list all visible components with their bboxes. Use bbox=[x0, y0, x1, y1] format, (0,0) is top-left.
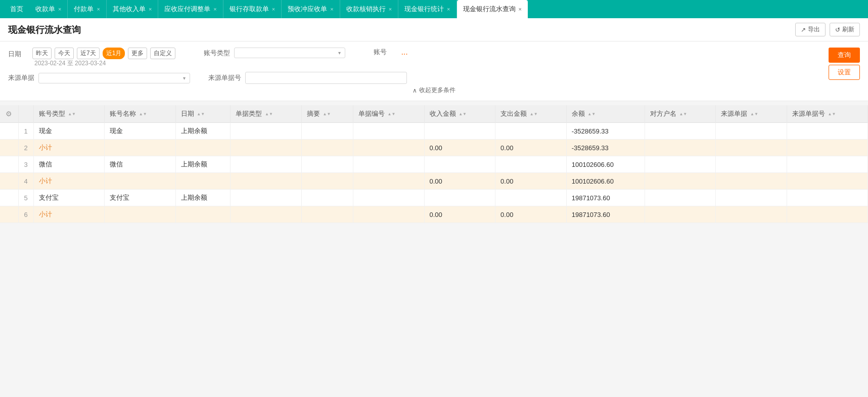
close-icon[interactable]: × bbox=[58, 6, 61, 12]
query-button[interactable]: 查询 bbox=[829, 48, 860, 63]
row-balance: 19871073.60 bbox=[566, 206, 645, 223]
row-source-doc bbox=[716, 123, 787, 140]
nav-tab-yushou[interactable]: 预收冲应收单 × bbox=[282, 0, 340, 18]
col-expense[interactable]: 支出金额 ▲▼ bbox=[495, 105, 567, 123]
close-icon[interactable]: × bbox=[97, 6, 100, 12]
account-dots-button[interactable]: ... bbox=[398, 48, 410, 57]
date-1month[interactable]: 近1月 bbox=[103, 48, 125, 59]
row-balance: -3528659.33 bbox=[566, 140, 645, 156]
row-doc-no bbox=[353, 156, 424, 173]
row-doc-type bbox=[231, 173, 302, 190]
page-title: 现金银行流水查询 bbox=[8, 24, 81, 36]
sort-icon: ▲▼ bbox=[750, 112, 758, 116]
gear-icon[interactable]: ⚙ bbox=[6, 110, 12, 118]
col-source-doc-no[interactable]: 来源单据号 ▲▼ bbox=[787, 105, 867, 123]
row-counterpart bbox=[645, 156, 716, 173]
row-source-doc bbox=[716, 173, 787, 190]
top-nav: 首页 收款单 × 付款单 × 其他收入单 × 应收应付调整单 × 银行存取款单 … bbox=[0, 0, 868, 18]
row-balance: -3528659.33 bbox=[566, 123, 645, 140]
col-date[interactable]: 日期 ▲▼ bbox=[175, 105, 231, 123]
sort-icon: ▲▼ bbox=[587, 112, 596, 116]
row-doc-no bbox=[353, 140, 424, 156]
date-7days[interactable]: 近7天 bbox=[77, 48, 100, 59]
close-icon[interactable]: × bbox=[519, 6, 522, 12]
date-label: 日期 bbox=[8, 50, 28, 59]
col-counterpart[interactable]: 对方户名 ▲▼ bbox=[645, 105, 716, 123]
row-gear bbox=[0, 190, 18, 206]
row-counterpart bbox=[645, 140, 716, 156]
refresh-button[interactable]: ↺ 刷新 bbox=[830, 23, 860, 36]
account-type-select[interactable]: ▾ bbox=[234, 48, 345, 58]
source-doc-no-input[interactable] bbox=[245, 72, 407, 84]
close-icon[interactable]: × bbox=[213, 6, 216, 12]
row-source-doc-no bbox=[787, 206, 867, 223]
col-source-doc[interactable]: 来源单据 ▲▼ bbox=[716, 105, 787, 123]
sort-icon: ▲▼ bbox=[197, 112, 205, 116]
page-header: 现金银行流水查询 ↗ 导出 ↺ 刷新 bbox=[0, 18, 868, 41]
date-yesterday[interactable]: 昨天 bbox=[32, 48, 52, 59]
right-buttons: 查询 设置 bbox=[829, 48, 860, 80]
collapse-button[interactable]: ∧ 收起更多条件 bbox=[413, 86, 455, 95]
nav-home[interactable]: 首页 bbox=[4, 5, 29, 14]
nav-tab-liushui[interactable]: 现金银行流水查询 × bbox=[457, 0, 528, 18]
row-source-doc bbox=[716, 206, 787, 223]
close-icon[interactable]: × bbox=[447, 6, 450, 12]
nav-tab-tongji[interactable]: 现金银行统计 × bbox=[398, 0, 456, 18]
row-account-name: 微信 bbox=[105, 156, 176, 173]
col-doc-type[interactable]: 单据类型 ▲▼ bbox=[231, 105, 302, 123]
col-account-name[interactable]: 账号名称 ▲▼ bbox=[105, 105, 176, 123]
close-icon[interactable]: × bbox=[330, 6, 333, 12]
row-balance: 100102606.60 bbox=[566, 156, 645, 173]
nav-tab-shoudan[interactable]: 收款单 × bbox=[29, 0, 68, 18]
col-doc-no[interactable]: 单据编号 ▲▼ bbox=[353, 105, 424, 123]
row-source-doc-no bbox=[787, 140, 867, 156]
row-account-name bbox=[105, 173, 176, 190]
date-custom[interactable]: 自定义 bbox=[150, 48, 175, 59]
row-income: 0.00 bbox=[424, 140, 495, 156]
row-num: 3 bbox=[18, 156, 33, 173]
source-doc-select[interactable]: ▾ bbox=[38, 73, 190, 83]
col-income[interactable]: 收入金额 ▲▼ bbox=[424, 105, 495, 123]
row-balance: 19871073.60 bbox=[566, 190, 645, 206]
data-table: ⚙ 账号类型 ▲▼ 账号名称 ▲▼ 日期 ▲▼ 单据类型 ▲▼ bbox=[0, 105, 868, 223]
row-income bbox=[424, 190, 495, 206]
row-date bbox=[175, 140, 231, 156]
date-more[interactable]: 更多 bbox=[128, 48, 147, 59]
row-gear bbox=[0, 173, 18, 190]
close-icon[interactable]: × bbox=[149, 6, 152, 12]
sort-icon: ▲▼ bbox=[828, 112, 836, 116]
row-source-doc-no bbox=[787, 190, 867, 206]
close-icon[interactable]: × bbox=[389, 6, 392, 12]
col-account-type[interactable]: 账号类型 ▲▼ bbox=[33, 105, 105, 123]
table-row: 5支付宝支付宝上期余额19871073.60 bbox=[0, 190, 868, 206]
row-num: 2 bbox=[18, 140, 33, 156]
nav-tab-fukudan[interactable]: 付款单 × bbox=[68, 0, 106, 18]
gear-column-header[interactable]: ⚙ bbox=[0, 105, 18, 123]
nav-tab-shoukuanhexiao[interactable]: 收款核销执行 × bbox=[340, 0, 398, 18]
row-summary bbox=[301, 190, 353, 206]
sort-icon: ▲▼ bbox=[265, 112, 273, 116]
date-today[interactable]: 今天 bbox=[55, 48, 74, 59]
source-doc-label: 来源单据 bbox=[8, 73, 34, 82]
export-button[interactable]: ↗ 导出 bbox=[795, 23, 826, 36]
row-income bbox=[424, 156, 495, 173]
sort-icon: ▲▼ bbox=[459, 112, 467, 116]
close-icon[interactable]: × bbox=[272, 6, 275, 12]
date-filter-group: 昨天 今天 近7天 近1月 更多 自定义 2023-02-24 至 2023-0… bbox=[32, 48, 175, 68]
row-expense bbox=[495, 156, 567, 173]
nav-tab-yingshouzhengtiao[interactable]: 应收应付调整单 × bbox=[158, 0, 223, 18]
col-balance[interactable]: 余额 ▲▼ bbox=[566, 105, 645, 123]
table-row: 3微信微信上期余额100102606.60 bbox=[0, 156, 868, 173]
row-num: 5 bbox=[18, 190, 33, 206]
row-source-doc-no bbox=[787, 173, 867, 190]
row-source-doc bbox=[716, 156, 787, 173]
row-doc-type bbox=[231, 206, 302, 223]
nav-tab-qita[interactable]: 其他收入单 × bbox=[107, 0, 158, 18]
row-expense bbox=[495, 123, 567, 140]
row-doc-type bbox=[231, 156, 302, 173]
row-doc-type bbox=[231, 140, 302, 156]
row-counterpart bbox=[645, 190, 716, 206]
settings-button[interactable]: 设置 bbox=[829, 65, 860, 80]
nav-tab-yinhang[interactable]: 银行存取款单 × bbox=[223, 0, 282, 18]
col-summary[interactable]: 摘要 ▲▼ bbox=[301, 105, 353, 123]
